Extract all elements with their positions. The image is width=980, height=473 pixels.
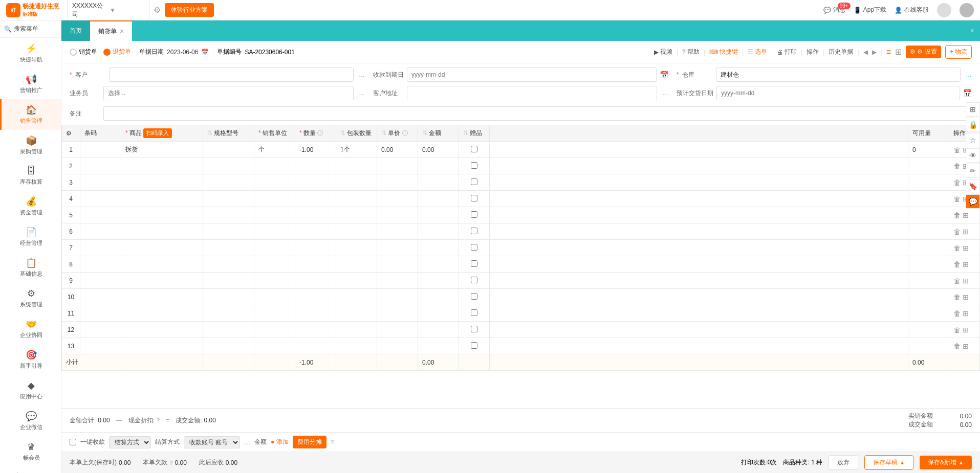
row-price[interactable] <box>377 191 418 207</box>
sidebar-item-system[interactable]: ⚙ 系统管理 <box>0 283 61 313</box>
row-product[interactable] <box>121 273 203 289</box>
row-gift[interactable] <box>459 256 490 273</box>
row-product[interactable]: 拆货 <box>121 142 203 158</box>
row-copy-icon[interactable]: ⊞ <box>963 260 969 268</box>
flow-button[interactable]: + 物流 <box>945 45 972 59</box>
row-unit[interactable] <box>254 207 295 223</box>
radio-sale-order[interactable]: 销货单 <box>70 48 97 56</box>
row-pack-qty[interactable] <box>336 273 377 289</box>
row-spec[interactable] <box>203 322 254 338</box>
row-delete-icon[interactable]: 🗑 <box>953 326 961 334</box>
sidebar-item-wechat[interactable]: 💬 企业微信 <box>0 406 61 436</box>
payment-method-select[interactable]: 结算方式 <box>109 436 151 448</box>
row-gift[interactable] <box>459 289 490 305</box>
row-barcode[interactable] <box>80 273 121 289</box>
row-copy-icon[interactable]: ⊞ <box>963 211 969 219</box>
row-spec[interactable] <box>203 174 254 191</box>
float-eye-btn[interactable]: 👁 <box>966 148 980 163</box>
notes-input[interactable] <box>103 106 972 121</box>
row-unit[interactable] <box>254 191 295 207</box>
row-spec[interactable] <box>203 240 254 256</box>
row-product[interactable] <box>121 256 203 273</box>
user-avatar[interactable] <box>937 3 951 17</box>
row-barcode[interactable] <box>80 322 121 338</box>
radio-return-order[interactable]: 退货单 <box>103 48 131 56</box>
row-product[interactable] <box>121 322 203 338</box>
row-amount[interactable] <box>418 240 459 256</box>
tab-close-icon[interactable]: × <box>120 27 124 35</box>
float-lock-btn[interactable]: 🔒 <box>966 118 980 132</box>
app-download-button[interactable]: 📱 App下载 <box>854 6 886 14</box>
row-delete-icon[interactable]: 🗑 <box>953 244 961 252</box>
help-btn[interactable]: ? 帮助 <box>682 48 700 56</box>
row-pack-qty[interactable] <box>336 256 377 273</box>
search-menu[interactable]: 🔍 搜索菜单 <box>0 20 61 38</box>
receive-date-input[interactable] <box>407 67 657 82</box>
row-copy-icon[interactable]: ⊞ <box>963 277 969 285</box>
row-pack-qty[interactable] <box>336 207 377 223</box>
salesman-lookup-icon[interactable]: … <box>359 89 365 97</box>
row-gift[interactable] <box>459 142 490 158</box>
settings-icon[interactable]: ⚙ <box>154 5 161 15</box>
row-barcode[interactable] <box>80 174 121 191</box>
row-price[interactable] <box>377 223 418 240</box>
row-copy-icon[interactable]: ⊞ <box>963 326 969 334</box>
row-delete-icon[interactable]: 🗑 <box>953 260 961 268</box>
row-gift[interactable] <box>459 273 490 289</box>
row-barcode[interactable] <box>80 158 121 174</box>
customer-addr-lookup-icon[interactable]: … <box>662 89 668 97</box>
row-unit[interactable] <box>254 305 295 322</box>
row-amount[interactable] <box>418 191 459 207</box>
row-amount[interactable] <box>418 289 459 305</box>
expected-date-calendar-icon[interactable]: 📅 <box>963 89 972 97</box>
row-price[interactable] <box>377 305 418 322</box>
video-btn[interactable]: ▶ 视频 <box>654 48 672 56</box>
row-copy-icon[interactable]: ⊞ <box>963 228 969 236</box>
close-all-tabs[interactable]: × <box>964 20 980 41</box>
tab-home[interactable]: 首页 <box>61 20 90 41</box>
table-settings-header[interactable]: ⚙ <box>62 125 80 142</box>
row-unit[interactable] <box>254 273 295 289</box>
message-button[interactable]: 💬 消息 99+ <box>823 6 845 14</box>
row-qty[interactable] <box>295 174 336 191</box>
row-product[interactable] <box>121 305 203 322</box>
abandon-button[interactable]: 放弃 <box>829 455 858 470</box>
row-product[interactable] <box>121 207 203 223</box>
row-gift[interactable] <box>459 305 490 322</box>
row-amount[interactable]: 0.00 <box>418 142 459 158</box>
row-unit[interactable] <box>254 174 295 191</box>
row-unit[interactable] <box>254 240 295 256</box>
row-qty[interactable]: -1.00 <box>295 142 336 158</box>
row-pack-qty[interactable]: 1个 <box>336 142 377 158</box>
row-barcode[interactable] <box>80 207 121 223</box>
row-pack-qty[interactable] <box>336 223 377 240</box>
row-unit[interactable] <box>254 322 295 338</box>
float-bookmark-btn[interactable]: 🔖 <box>966 179 980 193</box>
row-spec[interactable] <box>203 273 254 289</box>
customer-lookup-icon[interactable]: … <box>359 71 365 78</box>
row-delete-icon[interactable]: 🗑 <box>953 162 961 170</box>
row-barcode[interactable] <box>80 191 121 207</box>
sidebar-item-operations[interactable]: 📄 经营管理 <box>0 221 61 252</box>
row-spec[interactable] <box>203 207 254 223</box>
row-gift[interactable] <box>459 338 490 354</box>
row-gift[interactable] <box>459 322 490 338</box>
row-gift[interactable] <box>459 158 490 174</box>
row-product[interactable] <box>121 338 203 354</box>
row-copy-icon[interactable]: ⊞ <box>963 244 969 252</box>
row-delete-icon[interactable]: 🗑 <box>953 195 961 203</box>
row-amount[interactable] <box>418 273 459 289</box>
row-gift[interactable] <box>459 191 490 207</box>
row-qty[interactable] <box>295 158 336 174</box>
row-price[interactable] <box>377 240 418 256</box>
float-star-btn[interactable]: ☆ <box>966 133 980 147</box>
select-btn[interactable]: ☰ 选单 <box>748 48 767 56</box>
row-unit[interactable] <box>254 289 295 305</box>
row-barcode[interactable] <box>80 240 121 256</box>
row-spec[interactable] <box>203 289 254 305</box>
row-qty[interactable] <box>295 207 336 223</box>
row-product[interactable] <box>121 174 203 191</box>
settings-button[interactable]: ⚙ ⚙ 设置 <box>906 46 941 58</box>
row-spec[interactable] <box>203 158 254 174</box>
sidebar-item-basic[interactable]: 📋 基础信息 <box>0 252 61 283</box>
